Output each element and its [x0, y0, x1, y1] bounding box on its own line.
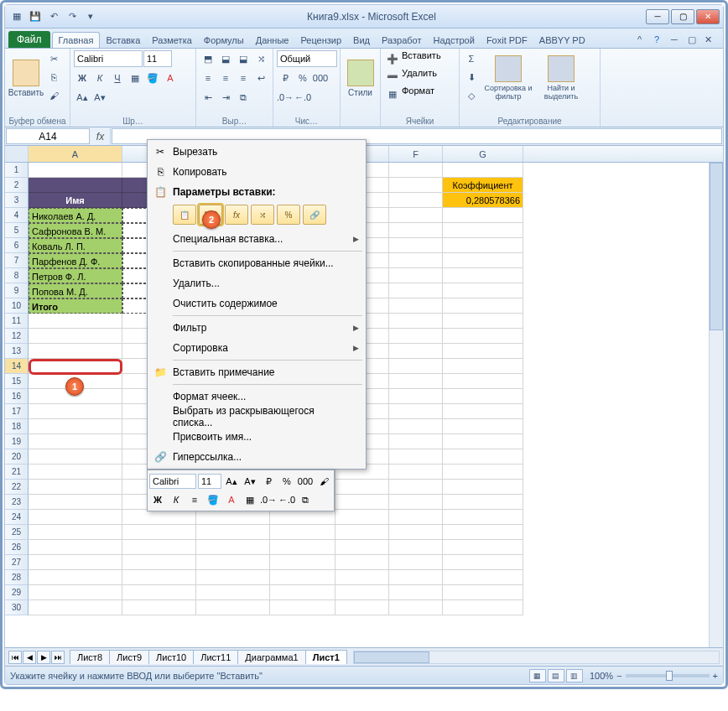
paste-all-icon[interactable]: 📋	[173, 205, 196, 225]
cut-icon[interactable]: ✂	[45, 50, 62, 67]
cell[interactable]	[389, 464, 443, 480]
cell[interactable]	[443, 510, 523, 525]
tab-abbyy[interactable]: ABBYY PD	[533, 33, 591, 48]
cell[interactable]	[443, 223, 523, 238]
cell[interactable]	[389, 344, 443, 359]
cell[interactable]	[389, 283, 443, 298]
sheet-tab[interactable]: Лист11	[193, 650, 238, 664]
cell[interactable]	[389, 480, 443, 495]
mini-font-color-icon[interactable]: A	[223, 491, 240, 508]
autosum-icon[interactable]: Σ	[463, 50, 480, 67]
row-header[interactable]: 15	[5, 374, 29, 389]
cell[interactable]	[335, 510, 389, 525]
shrink-font-icon[interactable]: A▾	[91, 89, 108, 106]
cell[interactable]	[335, 480, 389, 495]
sheet-nav-last[interactable]: ⏭	[51, 651, 65, 664]
maximize-button[interactable]: ▢	[671, 9, 694, 24]
cell[interactable]	[443, 374, 523, 389]
cell[interactable]	[443, 525, 523, 540]
cell[interactable]	[29, 464, 122, 480]
sheet-tab[interactable]: Лист10	[148, 650, 194, 664]
row-header[interactable]: 22	[5, 480, 29, 495]
zoom-slider[interactable]	[626, 674, 710, 677]
tab-data[interactable]: Данные	[250, 33, 295, 48]
cell[interactable]	[443, 344, 523, 359]
row-header[interactable]: 26	[5, 540, 29, 555]
zoom-level[interactable]: 100%	[590, 671, 613, 681]
insert-label[interactable]: Вставить	[402, 50, 441, 67]
row-header[interactable]: 25	[5, 525, 29, 540]
inc-decimal-icon[interactable]: .0→	[277, 89, 294, 106]
file-tab[interactable]: Файл	[8, 31, 50, 48]
cell[interactable]	[335, 600, 389, 615]
cell[interactable]: Парфенов Д. Ф.	[29, 253, 122, 268]
currency-icon[interactable]: ₽	[277, 70, 294, 86]
cell[interactable]	[443, 163, 523, 178]
row-header[interactable]: 20	[5, 449, 29, 464]
cell[interactable]: Сафронова В. М.	[29, 223, 122, 238]
mini-dec-dec-icon[interactable]: ←.0	[278, 491, 295, 508]
cell[interactable]: Петров Ф. Л.	[29, 268, 122, 283]
percent-icon[interactable]: %	[294, 70, 311, 86]
cell[interactable]	[389, 540, 443, 555]
view-normal-icon[interactable]: ▦	[529, 669, 546, 682]
help-icon[interactable]: ?	[654, 34, 668, 48]
tab-layout[interactable]: Разметка	[146, 33, 198, 48]
ctx-filter[interactable]: Фильтр▶	[149, 318, 364, 338]
cell[interactable]	[389, 163, 443, 178]
row-header[interactable]: 6	[5, 238, 29, 253]
border-button[interactable]: ▦	[127, 70, 143, 86]
cell[interactable]	[29, 359, 122, 374]
ribbon-minimize-icon[interactable]: ^	[637, 34, 651, 48]
cell[interactable]	[196, 525, 270, 540]
minimize-button[interactable]: ─	[646, 9, 669, 24]
cell[interactable]: Попова М. Д.	[29, 283, 122, 298]
cell[interactable]	[389, 585, 443, 600]
cell[interactable]: Николаев А. Д.	[29, 208, 122, 223]
cell[interactable]	[443, 570, 523, 585]
ctx-assign-name[interactable]: Присвоить имя...	[149, 427, 364, 447]
cell[interactable]	[335, 570, 389, 585]
tab-addins[interactable]: Надстрой	[427, 33, 480, 48]
cell[interactable]	[335, 540, 389, 555]
row-header[interactable]: 14	[5, 359, 29, 374]
cell[interactable]	[389, 359, 443, 374]
align-center-icon[interactable]: ≡	[217, 70, 234, 86]
underline-button[interactable]: Ч	[109, 70, 126, 86]
cell[interactable]	[443, 555, 523, 570]
ctx-delete[interactable]: Удалить...	[149, 273, 364, 293]
font-size-select[interactable]	[143, 50, 172, 67]
row-header[interactable]: 17	[5, 404, 29, 419]
cell[interactable]	[270, 570, 335, 585]
cell[interactable]	[443, 298, 523, 314]
tab-formulas[interactable]: Формулы	[198, 33, 250, 48]
cell[interactable]	[29, 525, 122, 540]
copy-icon[interactable]: ⎘	[45, 69, 62, 86]
cell[interactable]	[389, 600, 443, 615]
cell[interactable]	[443, 208, 523, 223]
mini-border-icon[interactable]: ▦	[242, 491, 258, 508]
cell[interactable]	[443, 585, 523, 600]
align-middle-icon[interactable]: ⬓	[217, 50, 234, 67]
format-painter-icon[interactable]: 🖌	[45, 87, 62, 104]
cell[interactable]: Коваль Л. П.	[29, 238, 122, 253]
cell[interactable]	[196, 510, 270, 525]
mini-shrink-icon[interactable]: A▾	[242, 473, 258, 490]
grow-font-icon[interactable]: A▴	[74, 89, 91, 106]
cell[interactable]	[122, 540, 196, 555]
cell[interactable]	[443, 329, 523, 344]
cell[interactable]	[196, 570, 270, 585]
close-button[interactable]: ✕	[696, 9, 720, 24]
number-format-select[interactable]	[277, 50, 337, 67]
cell[interactable]	[29, 178, 122, 193]
indent-dec-icon[interactable]: ⇤	[200, 89, 216, 106]
row-header[interactable]: 29	[5, 585, 29, 600]
ctx-dropdown-list[interactable]: Выбрать из раскрывающегося списка...	[149, 407, 364, 427]
sheet-tab[interactable]: Диаграмма1	[237, 650, 305, 664]
dec-decimal-icon[interactable]: ←.0	[294, 89, 311, 106]
cell[interactable]	[196, 585, 270, 600]
mini-fill-icon[interactable]: 🪣	[205, 491, 221, 508]
cell[interactable]	[389, 223, 443, 238]
cell[interactable]	[389, 268, 443, 283]
ctx-insert-copied[interactable]: Вставить скопированные ячейки...	[149, 253, 364, 273]
